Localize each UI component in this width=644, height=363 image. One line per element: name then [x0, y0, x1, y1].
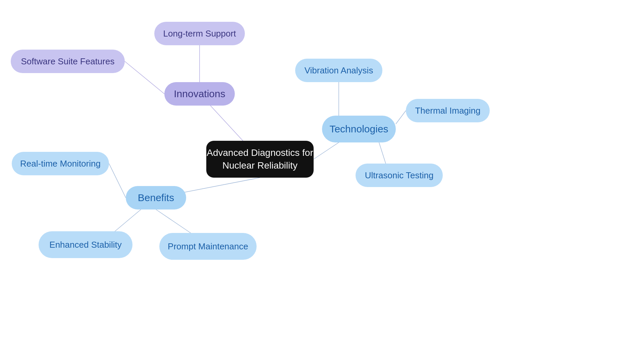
svg-line-8 — [109, 164, 126, 198]
software-suite-node: Software Suite Features — [11, 50, 125, 73]
real-time-monitoring-node: Real-time Monitoring — [12, 152, 109, 175]
svg-line-5 — [396, 111, 406, 124]
enhanced-stability-label: Enhanced Stability — [49, 240, 121, 250]
ultrasonic-testing-node: Ultrasonic Testing — [356, 164, 443, 187]
vibration-analysis-label: Vibration Analysis — [305, 65, 373, 76]
real-time-monitoring-label: Real-time Monitoring — [20, 159, 101, 169]
center-node: Advanced Diagnostics for Nuclear Reliabi… — [206, 141, 314, 178]
ultrasonic-testing-label: Ultrasonic Testing — [365, 170, 434, 181]
svg-line-6 — [379, 142, 386, 164]
vibration-analysis-node: Vibration Analysis — [295, 59, 382, 82]
svg-line-2 — [125, 61, 164, 94]
enhanced-stability-node: Enhanced Stability — [39, 231, 132, 258]
benefits-node: Benefits — [126, 186, 186, 209]
thermal-imaging-node: Thermal Imaging — [406, 99, 490, 122]
long-term-support-node: Long-term Support — [154, 22, 245, 45]
prompt-maintenance-label: Prompt Maintenance — [168, 241, 248, 252]
technologies-label: Technologies — [329, 123, 388, 135]
innovations-node: Innovations — [164, 82, 235, 106]
technologies-node: Technologies — [322, 116, 396, 142]
center-label: Advanced Diagnostics for Nuclear Reliabi… — [207, 146, 313, 172]
long-term-support-label: Long-term Support — [163, 28, 236, 39]
benefits-label: Benefits — [138, 192, 174, 203]
innovations-label: Innovations — [174, 88, 225, 100]
thermal-imaging-label: Thermal Imaging — [415, 106, 480, 116]
prompt-maintenance-node: Prompt Maintenance — [159, 233, 257, 260]
software-suite-label: Software Suite Features — [21, 56, 115, 67]
